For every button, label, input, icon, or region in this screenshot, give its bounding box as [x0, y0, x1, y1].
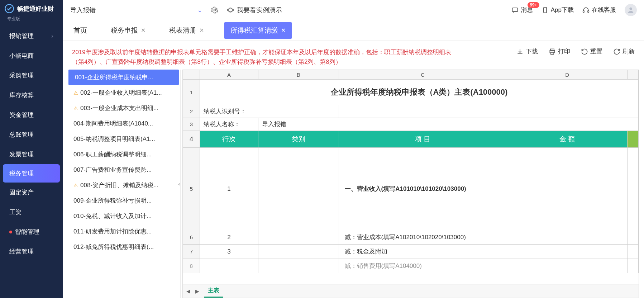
- cell[interactable]: 2: [200, 230, 258, 245]
- tree-item[interactable]: 009-企业所得税弥补亏损明...: [67, 193, 180, 208]
- taxpayer-id-label[interactable]: 纳税人识别号：: [200, 105, 339, 118]
- col-header-d[interactable]: D: [507, 70, 628, 80]
- col-header-c[interactable]: C: [339, 70, 507, 80]
- page-tabs: 首页税务申报✕税表清册✕所得税汇算清缴✕: [63, 20, 644, 41]
- row-header[interactable]: 1: [183, 80, 200, 105]
- reset-button[interactable]: 重置: [581, 47, 602, 56]
- avatar[interactable]: [625, 4, 637, 16]
- row-header[interactable]: 8: [183, 259, 200, 273]
- cell[interactable]: [628, 245, 639, 259]
- row-header[interactable]: 2: [183, 105, 200, 118]
- messages-button[interactable]: 消息 99+: [511, 6, 533, 14]
- sidebar-item[interactable]: 固定资产: [0, 183, 63, 202]
- cell[interactable]: 减：税金及附加: [339, 245, 507, 259]
- sidebar-item[interactable]: 资金管理: [0, 105, 63, 125]
- cell[interactable]: [628, 230, 639, 245]
- tree-item[interactable]: 011-研发费用加计扣除优惠...: [67, 224, 180, 239]
- print-button[interactable]: 打印: [549, 47, 570, 56]
- tree-item[interactable]: ⚠003-一般企业成本支出明细...: [67, 100, 180, 116]
- customer-service-label: 在线客服: [592, 6, 616, 14]
- sidebar-item[interactable]: 库存核算: [0, 85, 63, 105]
- row-header[interactable]: 3: [183, 118, 200, 131]
- tab-label: 税务申报: [111, 26, 138, 35]
- planet-icon: [227, 6, 234, 14]
- tree-item[interactable]: ⚠002-一般企业收入明细表(A1...: [67, 85, 180, 100]
- customer-service-button[interactable]: 在线客服: [582, 6, 616, 14]
- cell[interactable]: [507, 148, 628, 230]
- collapse-handle-icon[interactable]: «: [178, 181, 181, 187]
- cell[interactable]: 一、营业收入(填写A101010\101020\103000): [339, 148, 507, 230]
- tree-item[interactable]: 006-职工薪酬纳税调整明细...: [67, 147, 180, 162]
- svg-rect-6: [583, 10, 584, 12]
- gear-icon[interactable]: [211, 6, 218, 14]
- sidebar-item[interactable]: 小畅电商: [0, 46, 63, 66]
- row-header[interactable]: 6: [183, 230, 200, 245]
- tree-item[interactable]: 010-免税、减计收入及加计...: [67, 208, 180, 224]
- tree-item[interactable]: 004-期间费用明细表(A1040...: [67, 116, 180, 131]
- tab-label: 税表清册: [169, 26, 196, 35]
- cell[interactable]: [258, 259, 339, 273]
- cell[interactable]: [507, 230, 628, 245]
- sheet-tab-prev-icon[interactable]: ◀: [186, 288, 190, 294]
- close-icon[interactable]: ✕: [199, 27, 204, 34]
- col-header-a[interactable]: A: [200, 70, 258, 80]
- sheet-tab-next-icon[interactable]: ▶: [195, 288, 199, 294]
- sidebar-item[interactable]: 工资: [0, 202, 63, 222]
- tree-item[interactable]: 001-企业所得税年度纳税申...: [68, 70, 179, 85]
- sheet-title-cell[interactable]: 企业所得税年度纳税申报表（A类）主表(A100000): [200, 80, 638, 105]
- topbar: 导入报错 ⌄ 我要看实例演示 消息 99+ App下载 在线: [63, 0, 644, 20]
- cell[interactable]: 1: [200, 148, 258, 230]
- sidebar-item[interactable]: 税务管理: [3, 164, 60, 183]
- cell[interactable]: [200, 259, 258, 273]
- taxpayer-name-label[interactable]: 纳税人名称：: [200, 118, 258, 131]
- row-header[interactable]: 7: [183, 245, 200, 259]
- sidebar-item[interactable]: 采购管理: [0, 66, 63, 85]
- cell[interactable]: 减：营业成本(填写A102010\102020\103000): [339, 230, 507, 245]
- sidebar-item[interactable]: 智能管理: [0, 222, 63, 242]
- sidebar-item[interactable]: 经营管理: [0, 242, 63, 261]
- cell[interactable]: 减：销售费用(填写A104000): [339, 259, 507, 273]
- close-icon[interactable]: ✕: [281, 27, 286, 34]
- cell[interactable]: 3: [200, 245, 258, 259]
- cell[interactable]: [507, 259, 628, 273]
- cell[interactable]: [258, 245, 339, 259]
- sheet-corner[interactable]: [183, 70, 200, 80]
- brand-logo-icon: [4, 4, 14, 14]
- taxpayer-name-value[interactable]: 导入报错: [258, 118, 639, 131]
- sidebar-item[interactable]: 总账管理: [0, 125, 63, 145]
- col-header-extra[interactable]: [628, 70, 639, 80]
- row-header[interactable]: 5: [183, 148, 200, 230]
- row-header[interactable]: 4: [183, 131, 200, 148]
- cell[interactable]: [507, 245, 628, 259]
- tree-item-label: 009-企业所得税弥补亏损明...: [73, 197, 152, 205]
- tree-item[interactable]: 012-减免所得税优惠明细表(...: [67, 239, 180, 255]
- tree-item[interactable]: ⚠008-资产折旧、摊销及纳税...: [67, 178, 180, 193]
- download-icon: [516, 48, 524, 55]
- cell[interactable]: [628, 148, 639, 230]
- close-icon[interactable]: ✕: [141, 27, 146, 34]
- page-tab[interactable]: 首页: [70, 24, 91, 37]
- sidebar-item-label: 税务管理: [9, 169, 34, 178]
- download-button[interactable]: 下载: [516, 47, 538, 56]
- page-tab[interactable]: 税务申报✕: [107, 24, 149, 37]
- sheet-tab-main[interactable]: 主表: [204, 285, 223, 298]
- tree-item-label: 011-研发费用加计扣除优惠...: [73, 227, 152, 236]
- tree-item[interactable]: 005-纳税调整项目明细表(A1...: [67, 131, 180, 147]
- refresh-button[interactable]: 刷新: [613, 47, 635, 56]
- demo-link[interactable]: 我要看实例演示: [227, 6, 282, 14]
- taxpayer-id-value[interactable]: [339, 105, 638, 118]
- tree-item[interactable]: 007-广告费和业务宣传费跨...: [67, 162, 180, 178]
- cell[interactable]: [258, 148, 339, 230]
- cell[interactable]: [258, 230, 339, 245]
- table-header-type: 类别: [258, 131, 339, 148]
- svg-point-8: [629, 7, 632, 10]
- col-header-b[interactable]: B: [258, 70, 339, 80]
- sidebar-item[interactable]: 报销管理: [0, 26, 63, 46]
- page-tab[interactable]: 税表清册✕: [166, 24, 207, 37]
- cell[interactable]: [628, 259, 639, 273]
- page-tab[interactable]: 所得税汇算清缴✕: [224, 22, 292, 39]
- company-select[interactable]: 导入报错 ⌄: [70, 6, 202, 14]
- sidebar-item[interactable]: 发票管理: [0, 145, 63, 164]
- sidebar-item-label: 总账管理: [9, 131, 34, 139]
- app-download-button[interactable]: App下载: [542, 6, 574, 14]
